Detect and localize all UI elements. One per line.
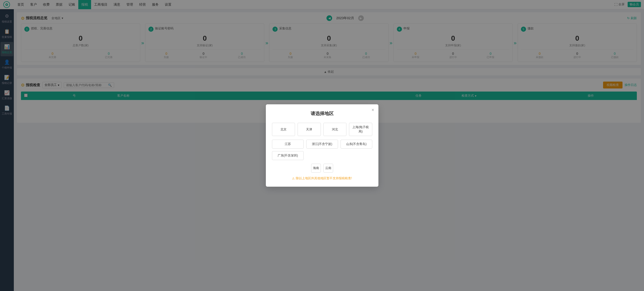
- region-btn-天津[interactable]: 天津: [298, 123, 321, 136]
- modal-warning: ⚠ 除以上地区外其他地区暂不支持报税检查!: [272, 176, 372, 181]
- region-btn-海南[interactable]: 海南: [311, 164, 321, 173]
- warning-text: 除以上地区外其他地区暂不支持报税检查!: [296, 176, 352, 181]
- modal-close-button[interactable]: ×: [372, 107, 374, 113]
- warning-icon: ⚠: [292, 177, 295, 180]
- modal: × 请选择地区 北京天津河北上海(电子税局) 江苏浙江(不含宁波)山东(不含青岛…: [266, 104, 378, 187]
- modal-overlay[interactable]: × 请选择地区 北京天津河北上海(电子税局) 江苏浙江(不含宁波)山东(不含青岛…: [0, 0, 644, 291]
- region-grid-row3: 海南云南: [272, 164, 372, 173]
- region-btn-上海(电子税局)[interactable]: 上海(电子税局): [349, 123, 372, 136]
- region-btn-北京[interactable]: 北京: [272, 123, 295, 136]
- region-btn-山东(不含青岛)[interactable]: 山东(不含青岛): [341, 140, 372, 149]
- region-grid-row2: 江苏浙江(不含宁波)山东(不含青岛)广东(不含深圳): [272, 140, 372, 160]
- modal-title: 请选择地区: [272, 110, 372, 117]
- region-grid-row1: 北京天津河北上海(电子税局): [272, 123, 372, 136]
- region-btn-江苏[interactable]: 江苏: [272, 140, 304, 149]
- region-btn-河北[interactable]: 河北: [323, 123, 347, 136]
- region-btn-浙江(不含宁波)[interactable]: 浙江(不含宁波): [306, 140, 338, 149]
- region-btn-广东(不含深圳)[interactable]: 广东(不含深圳): [272, 151, 304, 160]
- region-btn-云南[interactable]: 云南: [323, 164, 333, 173]
